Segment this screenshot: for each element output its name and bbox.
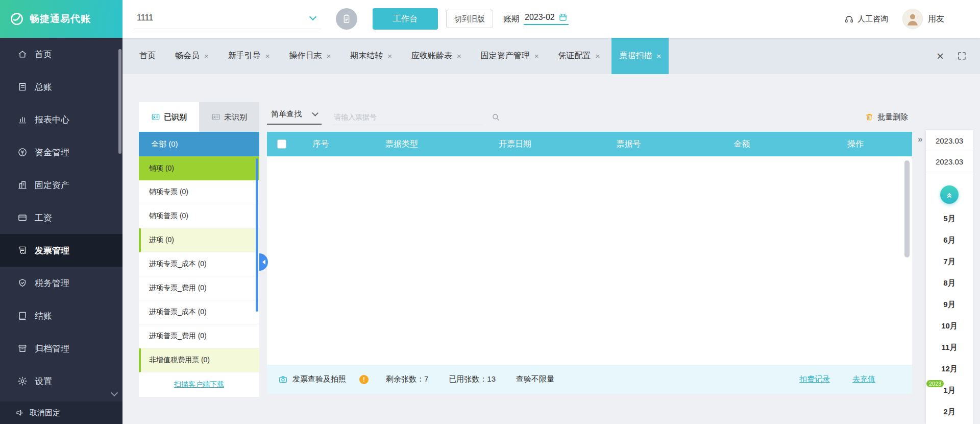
sidebar-item-settings[interactable]: 设置	[0, 365, 122, 397]
sidebar-item-fixed-assets[interactable]: 固定资产	[0, 169, 122, 201]
tab-beginner-guide[interactable]: 新手引导 ×	[220, 38, 278, 74]
support-label: 人工咨询	[857, 14, 888, 24]
table-scrollbar[interactable]	[904, 160, 910, 257]
unpin-sidebar-button[interactable]: 取消固定	[0, 402, 122, 424]
fee-record-link[interactable]: 扣费记录	[799, 374, 830, 384]
sidebar-item-tax-management[interactable]: 税务管理	[0, 267, 122, 299]
tab-member[interactable]: 畅会员 ×	[167, 38, 216, 74]
sidebar-item-general-ledger[interactable]: 总账	[0, 70, 122, 103]
close-icon[interactable]: ×	[937, 50, 944, 62]
category-input-general-cost[interactable]: 进项普票_成本 (0)	[139, 300, 259, 324]
sidebar-item-fund-management[interactable]: 资金管理	[0, 136, 122, 169]
tab-recognized[interactable]: 已识别	[139, 102, 199, 132]
sidebar-item-payroll[interactable]: 工资	[0, 201, 122, 234]
sidebar-item-closing[interactable]: 结账	[0, 299, 122, 332]
tab-receivable-aging[interactable]: 应收账龄表 ×	[404, 38, 469, 74]
scroll-top-button[interactable]	[940, 185, 959, 204]
category-all[interactable]: 全部 (0)	[139, 132, 259, 156]
expand-date-panel-icon[interactable]: »	[918, 134, 922, 145]
main-content: 已识别 未识别 全部 (0) 销项 (0) 销项专票 (0) 销项普票 (0) …	[122, 74, 980, 424]
scanner-camera-icon	[278, 374, 288, 384]
brand-logo: 畅捷通易代账	[0, 0, 122, 38]
category-input-special-cost[interactable]: 进项专票_成本 (0)	[139, 252, 259, 276]
tab-unrecognized[interactable]: 未识别	[199, 102, 259, 132]
category-input-general-expense[interactable]: 进项普票_费用 (0)	[139, 324, 259, 348]
search-mode-dropdown[interactable]: 简单查找	[267, 109, 322, 125]
open-tabs-bar: 首页 畅会员 × 新手引导 × 操作日志 × 期末结转 × 应收账龄表 × 固定…	[122, 38, 980, 74]
shield-icon	[17, 278, 28, 288]
category-non-vat[interactable]: 非增值税费用票 (0)	[139, 348, 259, 372]
tab-close-icon[interactable]: ×	[265, 52, 270, 60]
tab-fixed-asset-mgmt[interactable]: 固定资产管理 ×	[473, 38, 547, 74]
tab-close-icon[interactable]: ×	[534, 52, 539, 60]
tab-home[interactable]: 首页	[132, 38, 163, 74]
sidebar-item-label: 税务管理	[35, 277, 69, 289]
category-sales[interactable]: 销项 (0)	[139, 156, 259, 180]
month-item-sep[interactable]: 9月	[926, 294, 973, 315]
sidebar-item-report-center[interactable]: 报表中心	[0, 103, 122, 136]
search-icon[interactable]	[491, 112, 501, 122]
sidebar-item-label: 发票管理	[35, 245, 69, 256]
remaining-count: 剩余张数：7	[386, 374, 428, 384]
period-item[interactable]: 2023.03	[926, 130, 973, 151]
username[interactable]: 用友	[928, 14, 944, 25]
category-input-special-expense[interactable]: 进项专票_费用 (0)	[139, 276, 259, 300]
fullscreen-icon[interactable]	[957, 51, 967, 61]
support-link[interactable]: 人工咨询	[844, 14, 888, 24]
month-item-jan[interactable]: 2023 1月	[926, 380, 973, 401]
company-selector[interactable]: 1111	[134, 9, 322, 29]
sidebar-item-invoice-management[interactable]: 发票管理	[0, 234, 122, 267]
workbench-button[interactable]: 工作台	[373, 8, 438, 30]
gear-icon	[17, 376, 28, 386]
sidebar-nav: 首页 总账 报表中心 资金管理 固定资产 工资 发票管理 税务管理	[0, 38, 122, 424]
table-body-empty	[267, 156, 912, 365]
sidebar-scrollbar[interactable]	[118, 49, 121, 154]
sidebar-item-label: 归档管理	[35, 343, 69, 355]
column-seq: 序号	[297, 139, 345, 150]
tab-period-end-carryover[interactable]: 期末结转 ×	[342, 38, 400, 74]
tab-close-icon[interactable]: ×	[327, 52, 331, 60]
table-header: 序号 票据类型 开票日期 票据号 金额 操作	[267, 132, 912, 156]
month-item-may[interactable]: 5月	[926, 208, 973, 229]
period-item[interactable]: 2023.03	[926, 151, 973, 172]
tab-voucher-config[interactable]: 凭证配置 ×	[551, 38, 608, 74]
tab-operation-log[interactable]: 操作日志 ×	[282, 38, 339, 74]
category-scrollbar[interactable]	[256, 158, 258, 312]
month-item-aug[interactable]: 8月	[926, 272, 973, 294]
double-chevron-up-icon	[944, 190, 954, 200]
tab-close-icon[interactable]: ×	[656, 52, 661, 60]
period-picker[interactable]: 2023-02	[524, 13, 569, 25]
tab-invoice-scan[interactable]: 票据扫描 ×	[611, 38, 669, 74]
funds-icon	[17, 147, 28, 157]
select-all-checkbox[interactable]	[277, 139, 286, 149]
info-icon[interactable]: !	[359, 375, 369, 384]
avatar[interactable]	[902, 9, 923, 29]
batch-delete-button[interactable]: 批量删除	[865, 112, 908, 122]
month-item-oct[interactable]: 10月	[926, 315, 973, 337]
company-selector-value: 1111	[137, 13, 153, 22]
category-sales-special[interactable]: 销项专票 (0)	[139, 180, 259, 204]
sidebar-item-label: 资金管理	[35, 147, 69, 158]
task-clipboard-icon[interactable]	[336, 8, 357, 30]
category-input[interactable]: 进项 (0)	[139, 228, 259, 252]
user-icon	[904, 10, 921, 28]
invoice-number-input[interactable]	[333, 109, 483, 125]
month-item-jun[interactable]: 6月	[926, 229, 973, 251]
book-icon	[17, 311, 28, 321]
headset-icon	[844, 14, 854, 24]
month-item-dec[interactable]: 12月	[926, 358, 973, 380]
tab-close-icon[interactable]: ×	[596, 52, 600, 60]
month-item-jul[interactable]: 7月	[926, 251, 973, 272]
sidebar-item-archive-management[interactable]: 归档管理	[0, 332, 122, 365]
tab-close-icon[interactable]: ×	[387, 52, 392, 60]
month-item-feb[interactable]: 2月	[926, 401, 973, 422]
scan-client-download-link[interactable]: 扫描客户端下载	[139, 372, 259, 397]
tab-close-icon[interactable]: ×	[457, 52, 461, 60]
month-item-nov[interactable]: 11月	[926, 337, 973, 358]
invoice-verify-photo[interactable]: 发票查验及拍照	[278, 374, 346, 384]
category-sales-general[interactable]: 销项普票 (0)	[139, 204, 259, 228]
old-version-button[interactable]: 切到旧版	[446, 10, 493, 28]
recharge-link[interactable]: 去充值	[852, 374, 875, 384]
sidebar-item-home[interactable]: 首页	[0, 38, 122, 70]
tab-close-icon[interactable]: ×	[204, 52, 209, 60]
